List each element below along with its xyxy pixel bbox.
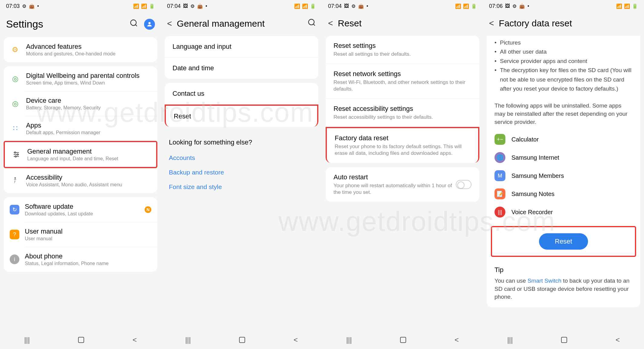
nav-home-icon[interactable]: [78, 337, 84, 343]
item-subtitle: Battery, Storage, Memory, Security: [26, 105, 151, 111]
back-button[interactable]: <: [489, 18, 494, 28]
item-reset[interactable]: Reset: [165, 105, 318, 127]
dot-icon: •: [366, 3, 368, 9]
nav-home-icon[interactable]: [239, 337, 245, 343]
nav-recents-icon[interactable]: |||: [346, 336, 352, 344]
phone-screen-reset: 07:04 🖼 ⚙ 👜 • 📶 📶 🔋 < Reset Reset settin…: [322, 0, 483, 349]
nav-bar: ||| <: [0, 331, 161, 349]
item-title: Digital Wellbeing and parental controls: [26, 72, 151, 80]
nav-home-icon[interactable]: [561, 337, 567, 343]
back-button[interactable]: <: [167, 19, 172, 28]
image-icon: 🖼: [505, 3, 510, 9]
nav-home-icon[interactable]: [400, 337, 406, 343]
gear-icon: ⚙: [22, 3, 26, 9]
app-name: Samsung Internet: [511, 154, 559, 161]
item-reset-accessibility[interactable]: Reset accessibility settings Reset acces…: [326, 99, 479, 127]
phone-screen-general-management: 07:04 🖼 ⚙ 👜 • 📶 📶 🔋 < General management…: [161, 0, 322, 349]
search-icon[interactable]: [130, 19, 138, 29]
item-title: Reset accessibility settings: [334, 105, 472, 113]
device-care-icon: ◎: [10, 98, 21, 109]
svg-line-11: [314, 24, 315, 26]
settings-item-advanced-features[interactable]: ⚙ Advanced features Motions and gestures…: [4, 37, 157, 62]
nav-recents-icon[interactable]: |||: [24, 336, 30, 344]
profile-icon[interactable]: [144, 19, 155, 30]
nav-back-icon[interactable]: <: [616, 336, 620, 344]
item-reset-network[interactable]: Reset network settings Reset Wi-Fi, Blue…: [326, 64, 479, 99]
item-subtitle: Voice Assistant, Mono audio, Assistant m…: [26, 182, 151, 188]
settings-item-device-care[interactable]: ◎ Device care Battery, Storage, Memory, …: [4, 91, 157, 116]
item-title: Auto restart: [334, 173, 452, 181]
app-name: Samsung Members: [511, 172, 564, 179]
phone-screen-settings: 07:03 ⚙ 👜 • 📶 📶 🔋 Settings ⚙ Advan: [0, 0, 161, 349]
search-icon[interactable]: [307, 18, 316, 29]
link-accounts[interactable]: Accounts: [161, 151, 322, 165]
settings-item-digital-wellbeing[interactable]: ◎ Digital Wellbeing and parental control…: [4, 66, 157, 91]
back-button[interactable]: <: [328, 18, 333, 28]
dot-icon: •: [37, 3, 39, 9]
item-subtitle: Status, Legal information, Phone name: [25, 261, 151, 266]
link-backup-restore[interactable]: Backup and restore: [161, 165, 322, 180]
svg-point-8: [15, 156, 16, 157]
link-font-size-style[interactable]: Font size and style: [161, 180, 322, 194]
app-name: Voice Recorder: [511, 209, 553, 216]
nav-back-icon[interactable]: <: [455, 336, 459, 344]
battery-icon: 🔋: [471, 3, 477, 9]
page-title: Factory data reset: [499, 18, 638, 28]
auto-restart-toggle[interactable]: [456, 180, 472, 189]
item-language-and-input[interactable]: Language and input: [165, 36, 318, 58]
bullet-item: Pictures: [494, 38, 632, 47]
dot-icon: •: [527, 3, 529, 9]
image-icon: 🖼: [344, 3, 349, 9]
nav-recents-icon[interactable]: |||: [185, 336, 191, 344]
nav-back-icon[interactable]: <: [133, 336, 137, 344]
item-reset-settings[interactable]: Reset settings Reset all settings to the…: [326, 36, 479, 64]
nav-recents-icon[interactable]: |||: [507, 336, 513, 344]
accessibility-icon: [10, 175, 21, 186]
item-title: Software update: [25, 203, 139, 211]
item-title: General management: [27, 148, 150, 155]
item-subtitle: Reset accessibility settings to their de…: [334, 114, 472, 121]
status-time: 07:03: [6, 3, 20, 9]
gear-icon: ⚙: [190, 3, 195, 9]
item-subtitle: Screen time, App timers, Wind Down: [26, 80, 151, 86]
internet-icon: 🌐: [494, 152, 505, 163]
settings-item-user-manual[interactable]: ? User manual User manual: [4, 222, 157, 247]
signal-icon: 📶: [141, 3, 147, 9]
svg-point-0: [131, 20, 136, 26]
bag-icon: 👜: [197, 3, 203, 9]
item-subtitle: Download updates, Last update: [25, 211, 139, 217]
wifi-icon: 📶: [455, 3, 461, 9]
app-name: Samsung Notes: [511, 191, 554, 198]
status-time: 07:04: [167, 3, 181, 9]
tip-text: You can use Smart Switch to back up your…: [487, 277, 640, 301]
item-factory-data-reset[interactable]: Factory data reset Reset your phone to i…: [326, 127, 479, 163]
item-subtitle: Your phone will restart automatically wi…: [334, 182, 452, 196]
settings-item-general-management[interactable]: General management Language and input, D…: [4, 141, 157, 168]
app-row-voice-recorder: ||| Voice Recorder: [487, 203, 640, 221]
status-time: 07:04: [328, 3, 342, 9]
gear-icon: ⚙: [10, 44, 21, 55]
bullet-item: Service provider apps and content: [494, 57, 632, 66]
item-subtitle: Motions and gestures, One-handed mode: [26, 51, 151, 57]
wellbeing-icon: ◎: [10, 73, 21, 84]
battery-icon: 🔋: [149, 3, 155, 9]
settings-item-about-phone[interactable]: i About phone Status, Legal information,…: [4, 247, 157, 272]
settings-item-software-update[interactable]: ↻ Software update Download updates, Last…: [4, 197, 157, 222]
settings-item-accessibility[interactable]: Accessibility Voice Assistant, Mono audi…: [4, 168, 157, 193]
battery-icon: 🔋: [310, 3, 316, 9]
settings-item-apps[interactable]: ∷ Apps Default apps, Permission manager: [4, 116, 157, 141]
phone-screen-factory-reset: 07:06 🖼 ⚙ 👜 • 📶 📶 🔋 < Factory data reset…: [483, 0, 644, 349]
nav-back-icon[interactable]: <: [294, 336, 298, 344]
item-contact-us[interactable]: Contact us: [165, 83, 318, 105]
item-auto-restart[interactable]: Auto restart Your phone will restart aut…: [326, 167, 479, 202]
smart-switch-link[interactable]: Smart Switch: [527, 278, 561, 284]
item-title: Reset network settings: [334, 70, 472, 78]
apps-uninstall-note: The following apps will be uninstalled. …: [487, 98, 640, 130]
item-date-and-time[interactable]: Date and time: [165, 58, 318, 79]
apps-icon: ∷: [10, 123, 21, 134]
sliders-icon: [11, 149, 22, 160]
nav-bar: ||| <: [161, 331, 322, 349]
reset-button[interactable]: Reset: [539, 233, 588, 250]
app-row-notes: 📝 Samsung Notes: [487, 185, 640, 203]
status-bar: 07:06 🖼 ⚙ 👜 • 📶 📶 🔋: [483, 0, 644, 12]
